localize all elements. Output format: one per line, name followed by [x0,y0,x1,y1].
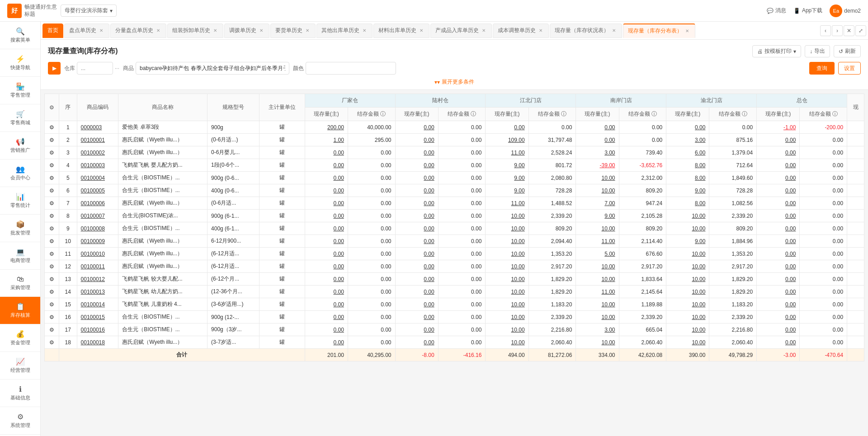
tab-requisition[interactable]: 要货单历史 ✕ [270,23,316,38]
row-na-stock[interactable]: 3.00 [576,323,619,336]
tab-close-icon[interactable]: ✕ [155,28,161,34]
row-na-stock[interactable]: -39.00 [576,159,619,172]
row-code[interactable]: 00100006 [77,197,118,210]
user-profile[interactable]: Ea demo2 [830,5,861,17]
row-yb-stock[interactable]: 3.00 [666,134,709,146]
tab-product-in[interactable]: 产成品入库单历史 ✕ [430,23,492,38]
row-na-stock[interactable]: 11.00 [576,286,619,298]
row-na-stock[interactable]: 0.00 [576,134,619,146]
tab-cost-adjust[interactable]: 成本调整单历史 ✕ [493,23,549,38]
row-settings[interactable]: ⚙ [45,159,59,172]
row-code[interactable]: 00100015 [77,311,118,323]
row-fc-stock[interactable]: 0.00 [305,172,348,184]
row-yb-stock[interactable]: 10.00 [666,311,709,323]
row-yb-stock[interactable]: 10.00 [666,260,709,273]
row-code[interactable]: 00100013 [77,286,118,298]
tab-other-out[interactable]: 其他出库单历史 ✕ [316,23,373,38]
row-fc-stock[interactable]: 0.00 [305,273,348,286]
row-fc-stock[interactable]: 0.00 [305,159,348,172]
row-yb-stock[interactable]: 10.00 [666,222,709,235]
row-yb-stock[interactable]: 10.00 [666,298,709,311]
row-code[interactable]: 00100008 [77,222,118,235]
sidebar-item-retail-stats[interactable]: 📊 零售统计 [0,187,40,215]
sidebar-item-member[interactable]: 👥 会员中心 [0,159,40,187]
row-total-stock[interactable]: 0.00 [757,260,800,273]
sidebar-item-quick-nav[interactable]: ⚡ 快捷导航 [0,49,40,77]
row-na-stock[interactable]: 10.00 [576,172,619,184]
sidebar-item-finance[interactable]: 💰 资金管理 [0,324,40,352]
row-lc-stock[interactable]: 0.00 [395,172,438,184]
row-na-stock[interactable]: 10.00 [576,298,619,311]
tab-material-out[interactable]: 材料出库单历史 ✕ [373,23,429,38]
row-jb-stock[interactable]: 11.00 [486,146,528,159]
tab-transfer[interactable]: 调拨单历史 ✕ [224,23,269,38]
warehouse-input[interactable] [77,62,113,75]
settings-button[interactable]: 设置 [838,62,861,75]
row-total-stock[interactable]: 0.00 [757,336,800,349]
tab-close-icon[interactable]: ✕ [304,28,311,34]
row-jb-stock[interactable]: 10.00 [486,235,528,248]
row-yb-stock[interactable]: 8.00 [666,159,709,172]
demo-selector[interactable]: 母婴行业演示陈套 ▾ [61,5,117,17]
color-input[interactable] [306,62,396,75]
row-jb-stock[interactable]: 109.00 [486,134,528,146]
row-na-stock[interactable]: 10.00 [576,336,619,349]
row-lc-stock[interactable]: 0.00 [395,121,438,134]
sidebar-item-system[interactable]: ⚙ 系统管理 [0,407,40,435]
row-fc-stock[interactable]: 0.00 [305,184,348,197]
row-lc-stock[interactable]: 0.00 [395,235,438,248]
row-total-stock[interactable]: 0.00 [757,210,800,222]
tab-close-icon[interactable]: ✕ [684,28,690,34]
row-total-stock[interactable]: 0.00 [757,298,800,311]
message-btn[interactable]: 💬 消息 [767,7,786,14]
row-yb-stock[interactable]: 10.00 [666,210,709,222]
row-lc-stock[interactable]: 0.00 [395,146,438,159]
row-lc-stock[interactable]: 0.00 [395,286,438,298]
row-fc-stock[interactable]: 0.00 [305,210,348,222]
row-settings[interactable]: ⚙ [45,273,59,286]
row-lc-stock[interactable]: 0.00 [395,184,438,197]
tab-home[interactable]: 首页 [42,23,63,38]
row-settings[interactable]: ⚙ [45,286,59,298]
row-code[interactable]: 00100004 [77,172,118,184]
row-code[interactable]: 00100012 [77,273,118,286]
tab-close-icon[interactable]: ✕ [481,28,487,34]
row-jb-stock[interactable]: 10.00 [486,210,528,222]
tab-close-icon[interactable]: ✕ [98,28,104,34]
row-code[interactable]: 00100010 [77,248,118,260]
row-na-stock[interactable]: 10.00 [576,311,619,323]
row-lc-stock[interactable]: 0.00 [395,323,438,336]
tab-prev-btn[interactable]: ‹ [820,25,831,36]
row-fc-stock[interactable]: 0.00 [305,260,348,273]
sidebar-item-ecommerce[interactable]: 💻 电商管理 [0,242,40,270]
row-code[interactable]: 00100001 [77,134,118,146]
row-jb-stock[interactable]: 10.00 [486,286,528,298]
tab-close-icon[interactable]: ✕ [258,28,264,34]
row-settings[interactable]: ⚙ [45,248,59,260]
row-jb-stock[interactable]: 9.00 [486,184,528,197]
row-settings[interactable]: ⚙ [45,260,59,273]
row-code[interactable]: 00100009 [77,235,118,248]
row-jb-stock[interactable]: 10.00 [486,222,528,235]
row-settings[interactable]: ⚙ [45,298,59,311]
row-fc-stock[interactable]: 0.00 [305,222,348,235]
row-fc-stock[interactable]: 0.00 [305,323,348,336]
row-jb-stock[interactable]: 0.00 [486,121,528,134]
sidebar-item-operations[interactable]: 📈 经营管理 [0,352,40,380]
row-na-stock[interactable]: 11.00 [576,235,619,248]
row-jb-stock[interactable]: 10.00 [486,298,528,311]
row-total-stock[interactable]: 0.00 [757,146,800,159]
refresh-btn[interactable]: ↺ 刷新 [834,45,861,57]
row-code[interactable]: 00100018 [77,336,118,349]
sidebar-item-marketing[interactable]: 📢 营销推广 [0,132,40,159]
tab-close-all-btn[interactable]: ✕ [844,25,854,36]
row-jb-stock[interactable]: 10.00 [486,260,528,273]
row-yb-stock[interactable]: 8.00 [666,172,709,184]
row-yb-stock[interactable]: 9.00 [666,184,709,197]
row-na-stock[interactable]: 0.00 [576,121,619,134]
row-settings[interactable]: ⚙ [45,134,59,146]
row-lc-stock[interactable]: 0.00 [395,248,438,260]
row-jb-stock[interactable]: 10.00 [486,248,528,260]
row-yb-stock[interactable]: 6.00 [666,146,709,159]
row-fc-stock[interactable]: 0.00 [305,298,348,311]
